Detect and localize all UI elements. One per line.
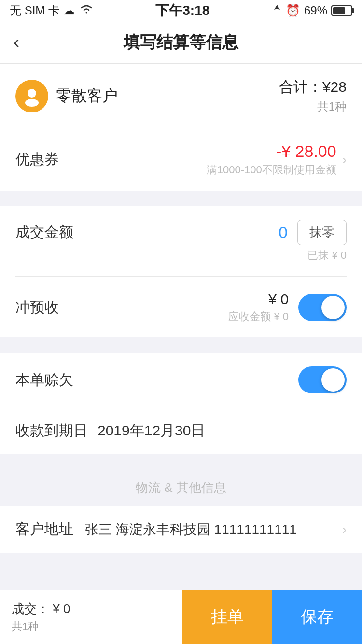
customer-avatar	[15, 80, 48, 112]
transaction-row-container: 成交金额 0 抹零 已抹 ¥ 0	[0, 206, 362, 276]
logistics-line-right	[236, 488, 347, 488]
customer-name: 零散客户	[56, 85, 118, 107]
hold-button[interactable]: 挂单	[182, 590, 272, 644]
status-time: 下午3:18	[155, 1, 209, 20]
bottom-bar: 成交： ¥ 0 共1种 挂单 保存	[0, 590, 362, 644]
address-section: 客户地址 张三 海淀永丰科技园 11111111111 ›	[0, 506, 362, 553]
bottom-summary-label: 成交： ¥ 0	[12, 601, 171, 617]
prepay-amount-block: ¥ 0 应收金额 ¥ 0	[228, 291, 289, 324]
save-button[interactable]: 保存	[272, 590, 362, 644]
logistics-sep: 物流 & 其他信息	[0, 470, 362, 506]
prepay-row: 冲预收 ¥ 0 应收金额 ¥ 0	[0, 278, 362, 337]
prepay-right: ¥ 0 应收金额 ¥ 0	[228, 291, 347, 324]
transaction-label: 成交金额	[15, 223, 73, 242]
transaction-right: 0 抹零	[278, 220, 347, 245]
content: 零散客户 合计：¥28 共1种 优惠券 -¥ 28.00 满1000-100不限…	[0, 64, 362, 618]
customer-right: 合计：¥28 共1种	[279, 77, 347, 114]
address-chevron-icon: ›	[342, 522, 347, 537]
battery-label: 69%	[304, 4, 327, 17]
coupon-value-block: -¥ 28.00 满1000-100不限制使用金额	[207, 142, 336, 177]
location-icon	[272, 4, 282, 17]
svg-point-1	[25, 99, 39, 107]
svg-point-0	[28, 89, 36, 98]
debt-toggle-knob	[321, 368, 345, 392]
total-count: 共1种	[279, 99, 347, 114]
page-title: 填写结算等信息	[124, 31, 238, 54]
round-button[interactable]: 抹零	[297, 220, 347, 245]
coupon-row[interactable]: 优惠券 -¥ 28.00 满1000-100不限制使用金额 ›	[0, 128, 362, 191]
debt-toggle[interactable]	[298, 366, 347, 393]
total-amount: 合计：¥28	[279, 77, 347, 97]
address-value: 张三 海淀永丰科技园 11111111111	[85, 520, 342, 539]
logistics-title: 物流 & 其他信息	[126, 479, 236, 496]
transaction-sub: 已抹 ¥ 0	[15, 248, 347, 263]
customer-section: 零散客户 合计：¥28 共1种 优惠券 -¥ 28.00 满1000-100不限…	[0, 64, 362, 191]
prepay-amount: ¥ 0	[228, 291, 289, 308]
wifi-icon	[80, 4, 93, 17]
transaction-amount[interactable]: 0	[278, 223, 288, 242]
section-sep-3	[0, 462, 362, 470]
address-row[interactable]: 客户地址 张三 海淀永丰科技园 11111111111 ›	[0, 506, 362, 553]
coupon-right: -¥ 28.00 满1000-100不限制使用金额 ›	[207, 142, 347, 177]
duedate-value: 2019年12月30日	[97, 421, 205, 441]
customer-row: 零散客户 合计：¥28 共1种	[0, 64, 362, 128]
chevron-right-icon: ›	[342, 152, 347, 168]
coupon-discount: -¥ 28.00	[207, 142, 336, 161]
logistics-line-left	[15, 488, 126, 488]
customer-left: 零散客户	[15, 80, 118, 112]
section-sep-2	[0, 345, 362, 353]
debt-label: 本单赊欠	[15, 370, 73, 390]
transaction-section: 成交金额 0 抹零 已抹 ¥ 0 冲预收 ¥ 0 应收金额 ¥ 0	[0, 206, 362, 337]
status-bar: 无 SIM 卡 ☁ 下午3:18 ⏰ 69%	[0, 0, 362, 21]
debt-row: 本单赊欠	[0, 353, 362, 407]
status-left: 无 SIM 卡 ☁	[10, 3, 93, 18]
transaction-row: 成交金额 0 抹零	[15, 220, 347, 245]
back-button[interactable]: ‹	[14, 32, 19, 53]
section-sep-1	[0, 198, 362, 206]
prepay-label: 冲预收	[15, 298, 59, 318]
sim-label: 无 SIM 卡 ☁	[10, 3, 75, 18]
toggle-knob	[321, 296, 345, 319]
duedate-row: 收款到期日 2019年12月30日	[0, 407, 362, 454]
status-right: ⏰ 69%	[272, 4, 352, 17]
alarm-icon: ⏰	[286, 4, 300, 17]
debt-section: 本单赊欠 收款到期日 2019年12月30日	[0, 353, 362, 454]
prepay-receivable: 应收金额 ¥ 0	[228, 309, 289, 324]
nav-bar: ‹ 填写结算等信息	[0, 21, 362, 64]
coupon-desc: 满1000-100不限制使用金额	[207, 163, 336, 177]
bottom-summary: 成交： ¥ 0 共1种	[0, 590, 182, 644]
prepay-toggle[interactable]	[298, 294, 347, 321]
coupon-label: 优惠券	[15, 150, 59, 169]
duedate-label: 收款到期日	[15, 421, 88, 441]
bottom-summary-count: 共1种	[12, 619, 171, 634]
address-label: 客户地址	[15, 519, 73, 539]
battery-icon	[331, 5, 352, 16]
